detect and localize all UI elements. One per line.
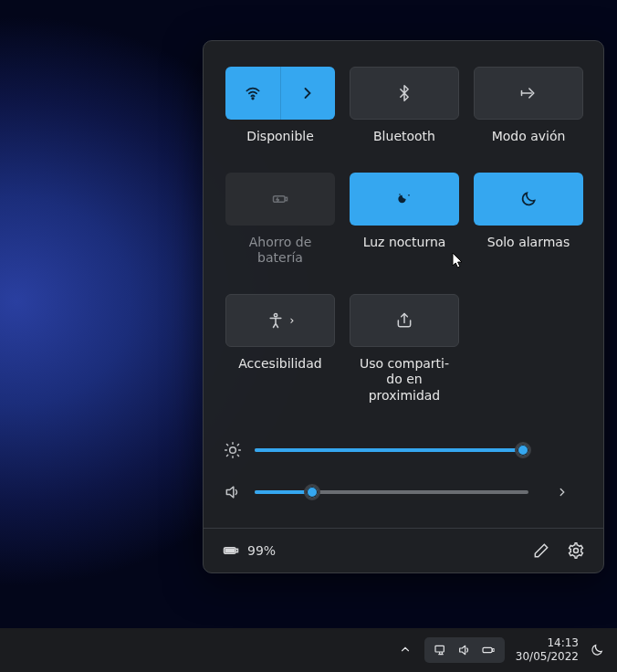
battery-tray-icon — [481, 643, 496, 657]
panel-footer: 99% — [204, 528, 603, 572]
tile-wrap-bluetooth: Bluetooth — [350, 67, 459, 165]
battery-saver-label: Ahorro de batería — [225, 235, 335, 267]
svg-rect-11 — [435, 646, 444, 652]
battery-saver-icon — [271, 190, 289, 208]
battery-text: 99% — [247, 543, 276, 558]
alarms-label: Solo alarmas — [487, 235, 570, 251]
chevron-right-icon: › — [290, 314, 295, 327]
wifi-label: Disponible — [246, 129, 314, 145]
taskbar-date: 30/05/2022 — [516, 650, 579, 664]
sliders-section — [224, 429, 583, 513]
settings-button[interactable] — [567, 541, 585, 560]
volume-slider[interactable] — [255, 490, 528, 494]
moon-icon — [519, 190, 538, 208]
brightness-icon — [224, 441, 242, 459]
wifi-icon — [244, 84, 262, 102]
footer-icons — [532, 541, 585, 560]
wifi-toggle[interactable] — [225, 67, 280, 120]
wifi-tile — [225, 67, 335, 120]
tile-wrap-alarms: Solo alarmas — [474, 173, 583, 287]
svg-point-10 — [574, 549, 579, 553]
share-icon — [395, 311, 413, 330]
network-icon — [434, 643, 448, 657]
tile-wrap-night-light: Luz nocturna — [350, 173, 459, 287]
night-light-icon — [395, 190, 413, 208]
tile-wrap-wifi: Disponible — [225, 67, 335, 165]
volume-row — [224, 471, 583, 513]
battery-saver-tile — [225, 173, 335, 226]
svg-rect-1 — [274, 195, 286, 202]
tile-wrap-accessibility: › Accesibilidad — [225, 294, 335, 425]
accessibility-tile[interactable]: › — [225, 294, 335, 347]
wifi-expand[interactable] — [280, 67, 336, 120]
taskbar-clock[interactable]: 14:13 30/05/2022 — [516, 636, 579, 664]
svg-point-0 — [252, 98, 254, 100]
svg-point-6 — [230, 447, 236, 454]
quick-settings-grid: Disponible Bluetooth Modo avión — [225, 67, 581, 424]
svg-rect-2 — [286, 197, 288, 200]
svg-rect-12 — [483, 647, 492, 652]
airplane-label: Modo avión — [492, 129, 566, 145]
battery-icon — [222, 541, 240, 560]
bluetooth-tile[interactable] — [350, 67, 459, 120]
alarms-tile[interactable] — [474, 173, 583, 226]
tile-wrap-airplane: Modo avión — [474, 67, 583, 165]
tile-wrap-nearby-share: Uso comparti- do en proximidad — [350, 294, 459, 425]
volume-expand[interactable] — [550, 486, 574, 499]
airplane-icon — [519, 84, 538, 102]
notification-center-button[interactable] — [590, 643, 604, 657]
battery-status[interactable]: 99% — [222, 541, 276, 560]
bluetooth-label: Bluetooth — [373, 129, 435, 145]
volume-icon — [224, 483, 242, 501]
svg-point-5 — [274, 313, 277, 316]
svg-point-3 — [399, 194, 401, 195]
accessibility-label: Accesibilidad — [238, 356, 321, 373]
brightness-slider[interactable] — [255, 448, 528, 452]
taskbar-time: 14:13 — [516, 636, 579, 650]
volume-tray-icon — [457, 643, 472, 657]
bluetooth-icon — [395, 84, 413, 102]
brightness-row — [224, 429, 583, 471]
tile-wrap-battery-saver: Ahorro de batería — [225, 173, 335, 287]
quick-settings-panel: Disponible Bluetooth Modo avión — [203, 40, 604, 573]
nearby-share-tile[interactable] — [350, 294, 459, 347]
taskbar: 14:13 30/05/2022 — [0, 628, 617, 672]
night-light-label: Luz nocturna — [363, 235, 446, 251]
night-light-tile[interactable] — [350, 173, 459, 226]
svg-rect-13 — [492, 649, 493, 652]
svg-rect-9 — [225, 549, 234, 551]
system-tray[interactable] — [424, 637, 505, 663]
accessibility-icon — [267, 311, 285, 330]
tray-overflow-button[interactable] — [397, 643, 413, 658]
svg-point-4 — [408, 194, 410, 196]
edit-button[interactable] — [532, 541, 550, 560]
nearby-share-label: Uso comparti- do en proximidad — [350, 356, 459, 404]
svg-rect-8 — [236, 549, 238, 551]
airplane-tile[interactable] — [474, 67, 583, 120]
chevron-right-icon — [298, 84, 317, 102]
